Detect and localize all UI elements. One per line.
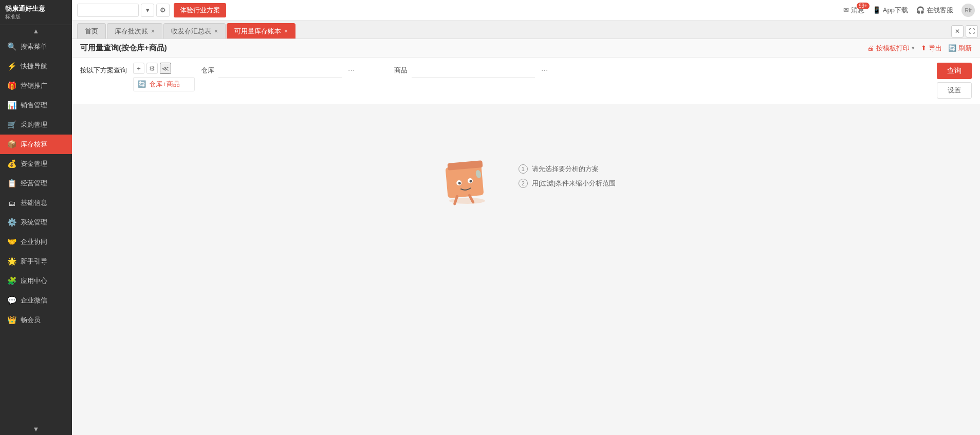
sidebar-item-biz[interactable]: 📋 经营管理 [0, 174, 72, 193]
tab-restore-button[interactable]: ⛶ [966, 25, 978, 37]
settings-scheme-button[interactable]: ⚙ [146, 63, 158, 74]
empty-svg [436, 145, 498, 207]
collapse-scheme-button[interactable]: ≪ [160, 63, 171, 74]
filter-section-label: 按以下方案查询 [80, 66, 127, 75]
product-field-label: 商品 [394, 66, 408, 75]
refresh-icon: 🔄 [948, 44, 956, 52]
crown-icon: 👑 [7, 315, 16, 325]
gift-icon: 🎁 [7, 81, 16, 90]
tabbar: 首页 库存批次账 × 收发存汇总表 × 可用量库存账本 × ✕ ⛶ [72, 21, 980, 39]
app-download-button[interactable]: 📱 App下载 [873, 6, 908, 15]
sidebar-label-collab: 企业协同 [21, 237, 47, 247]
tab-home-label: 首页 [85, 27, 98, 36]
empty-illustration [436, 145, 498, 207]
tab-batch-label: 库存批次账 [115, 27, 148, 36]
scheme-item-label: 仓库+商品 [149, 80, 180, 89]
chart-icon: 📊 [7, 101, 16, 110]
tab-actions: ✕ ⛶ [951, 25, 980, 39]
tab-close-window-button[interactable]: ✕ [951, 25, 964, 37]
sidebar-item-corpwechat[interactable]: 💬 企业微信 [0, 291, 72, 310]
customer-service-button[interactable]: 🎧 在线客服 [916, 6, 953, 15]
tab-batch-ledger[interactable]: 库存批次账 × [107, 23, 162, 39]
sidebar-label-marketing: 营销推广 [21, 81, 47, 90]
scheme-actions: + ⚙ ≪ [133, 63, 195, 74]
gear-icon: ⚙️ [7, 218, 16, 227]
tip-num-2: 2 [519, 179, 528, 188]
messages-badge: 99+ [857, 3, 870, 9]
tab-available-close[interactable]: × [284, 28, 288, 35]
tab-available-label: 可用量库存账本 [234, 27, 281, 36]
tab-batch-close[interactable]: × [151, 28, 155, 35]
sidebar-label-inventory: 库存核算 [21, 140, 47, 149]
empty-state: 1 请先选择要分析的方案 2 用[过滤]条件来缩小分析范围 [72, 104, 980, 248]
trial-button[interactable]: 体验行业方案 [174, 3, 226, 17]
headset-icon: 🎧 [916, 6, 924, 14]
user-avatar[interactable]: Rit [961, 4, 975, 17]
tab-recv-ledger[interactable]: 收发存汇总表 × [163, 23, 226, 39]
sidebar-header: 畅康通好生意 标准版 [0, 0, 72, 25]
warehouse-field-label: 仓库 [201, 66, 214, 75]
tab-home[interactable]: 首页 [77, 23, 106, 39]
sidebar-item-appcenter[interactable]: 🧩 应用中心 [0, 271, 72, 291]
tab-recv-label: 收发存汇总表 [171, 27, 211, 36]
sidebar-label-sales: 销售管理 [21, 101, 47, 110]
sidebar-item-purchase[interactable]: 🛒 采购管理 [0, 115, 72, 135]
warehouse-dots-button[interactable]: ··· [346, 66, 357, 75]
sidebar-item-search[interactable]: 🔍 搜索菜单 [0, 37, 72, 56]
sidebar-scroll-down[interactable]: ▼ [0, 423, 72, 435]
messages-button[interactable]: ✉ 消息 99+ [843, 6, 864, 15]
topbar-search-input[interactable] [77, 4, 139, 17]
main-area: ▾ ⚙ 体验行业方案 ✉ 消息 99+ 📱 App下载 🎧 在线客服 Rit [72, 0, 980, 435]
product-filter-field: 商品 ··· [394, 63, 579, 78]
warehouse-field-input[interactable] [218, 63, 342, 78]
tip-text-1: 请先选择要分析的方案 [532, 164, 599, 174]
scheme-warehouse-product[interactable]: 🔄 仓库+商品 [133, 77, 195, 91]
scheme-item-icon: 🔄 [138, 80, 146, 88]
tab-recv-close[interactable]: × [214, 28, 218, 35]
product-dots-button[interactable]: ··· [539, 66, 550, 75]
topbar-right: ✉ 消息 99+ 📱 App下载 🎧 在线客服 Rit [843, 4, 975, 17]
cart-icon: 🛒 [7, 120, 16, 129]
sidebar-item-collab[interactable]: 🤝 企业协同 [0, 232, 72, 252]
sidebar-scroll-up[interactable]: ▲ [0, 25, 72, 37]
topbar-dropdown-button[interactable]: ▾ [141, 4, 154, 17]
folder-icon: 🗂 [7, 198, 16, 207]
sidebar-item-finance[interactable]: 💰 资金管理 [0, 154, 72, 174]
sidebar-item-system[interactable]: ⚙️ 系统管理 [0, 213, 72, 232]
sidebar-item-member[interactable]: 👑 畅会员 [0, 310, 72, 330]
clipboard-icon: 📋 [7, 179, 16, 188]
chat-icon: 💬 [7, 296, 16, 305]
app-logo: 畅康通好生意 [5, 4, 67, 13]
column-settings-button[interactable]: 设置 [937, 82, 972, 99]
print-template-button[interactable]: 🖨 按模板打印 ▾ [867, 44, 915, 53]
tip-text-2: 用[过滤]条件来缩小分析范围 [532, 179, 616, 188]
query-button[interactable]: 查询 [937, 63, 972, 79]
tab-available-ledger[interactable]: 可用量库存账本 × [227, 23, 295, 39]
money-icon: 💰 [7, 159, 16, 168]
topbar-search-area: ▾ ⚙ [77, 4, 170, 17]
sidebar-item-marketing[interactable]: 🎁 营销推广 [0, 76, 72, 96]
sidebar-label-finance: 资金管理 [21, 159, 47, 168]
print-template-label: 按模板打印 [876, 44, 910, 53]
sidebar-item-shortcut[interactable]: ⚡ 快捷导航 [0, 56, 72, 76]
sidebar-label-shortcut: 快捷导航 [21, 62, 47, 71]
sidebar-label-system: 系统管理 [21, 218, 47, 227]
search-icon: 🔍 [7, 42, 16, 51]
printer-icon: 🖨 [867, 44, 874, 52]
sidebar-item-newbie[interactable]: 🌟 新手引导 [0, 252, 72, 271]
add-scheme-button[interactable]: + [133, 63, 144, 74]
filter-row: 仓库 ··· 商品 ··· [201, 63, 922, 78]
product-field-input[interactable] [412, 63, 535, 78]
query-action-area: 查询 设置 [929, 63, 972, 99]
sidebar-item-inventory[interactable]: 📦 库存核算 [0, 135, 72, 154]
sidebar-item-sales[interactable]: 📊 销售管理 [0, 96, 72, 115]
tip-item-1: 1 请先选择要分析的方案 [519, 164, 616, 174]
empty-state-content: 1 请先选择要分析的方案 2 用[过滤]条件来缩小分析范围 [436, 145, 616, 207]
export-button[interactable]: ⬆ 导出 [921, 44, 942, 53]
topbar-gear-button[interactable]: ⚙ [156, 4, 170, 17]
refresh-button[interactable]: 🔄 刷新 [948, 44, 972, 53]
avatar-text: Rit [965, 7, 971, 13]
sidebar-item-basic[interactable]: 🗂 基础信息 [0, 193, 72, 213]
sidebar-label-newbie: 新手引导 [21, 257, 47, 266]
empty-tips: 1 请先选择要分析的方案 2 用[过滤]条件来缩小分析范围 [519, 164, 616, 188]
